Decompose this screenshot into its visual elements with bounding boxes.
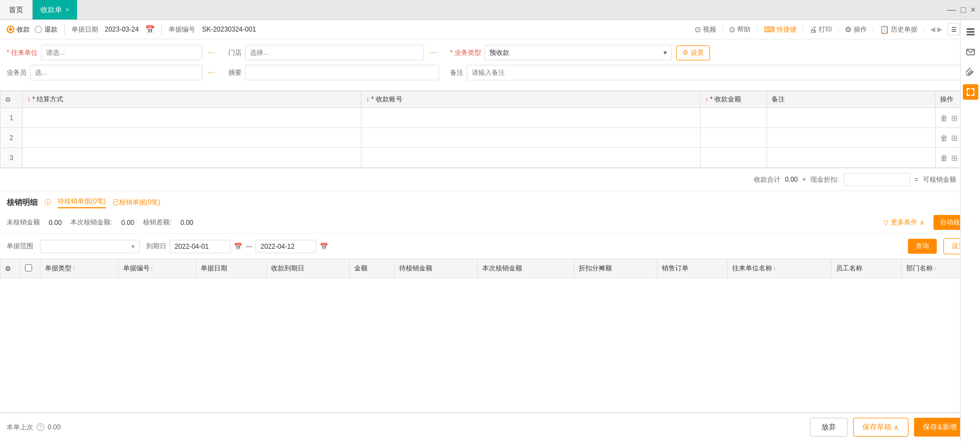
calendar-icon[interactable]: 📅 [145,25,155,34]
form-settings-btn[interactable]: ⚙ 设置 [676,45,710,60]
btn-print[interactable]: 🖨 打印 [809,25,832,34]
main-content: 收款 退款 单据日期 2023-03-24 📅 单据编号 SK-20230324… [0,20,980,441]
salesperson-input[interactable] [30,65,202,80]
col-settlement: ↕ * 结算方式 [23,91,361,108]
sidebar-attachment-icon[interactable] [963,64,978,80]
delete-icon-3[interactable]: 🗑 [940,153,948,162]
range-select-arrow: ▾ [131,243,135,250]
nav-prev[interactable]: ◀ [930,25,935,33]
receipt-type-group: 收款 退款 [7,25,58,34]
svg-rect-2 [967,34,974,35]
chevron-up-icon: ∧ [920,219,925,227]
btn-shortcut-label: 快捷键 [777,25,797,34]
select-all-checkbox[interactable] [25,264,32,271]
bottom-table-container[interactable]: ⚙ 单据类型↕ 单据编号↕ 单据日期 收款到期日 金额 待核销金额 本次核销金额… [0,259,980,412]
cell-settlement-3[interactable] [23,148,361,168]
tab-active[interactable]: 收款单 × [33,0,77,19]
filter-icon: ▽ [884,219,889,227]
number-label: 单据编号 [169,25,195,34]
save-new-label: 保存&新增 [923,422,957,432]
operation-icon: ⚙ [845,25,852,34]
cell-amount-1[interactable] [700,108,767,128]
copy-icon-2[interactable]: ⊞ [951,134,958,142]
tab-pending[interactable]: 待核销单据(0笔) [58,197,106,208]
window-minimize[interactable]: — [947,5,956,15]
calendar-to-icon[interactable]: 📅 [320,243,328,250]
business-type-value: 预收款 [489,48,509,58]
abandon-btn[interactable]: 放弃 [810,418,848,437]
btn-history[interactable]: 📋 历史单据 [880,25,917,34]
cell-account-1[interactable] [361,108,700,128]
sidebar-envelope-icon[interactable] [963,44,978,60]
cell-remark-2[interactable] [767,128,935,148]
range-select[interactable]: ▾ [40,240,140,253]
salesperson-label: 业务员 [7,68,27,78]
business-type-select[interactable]: 预收款 ▾ [484,45,672,60]
sidebar-table-icon[interactable] [963,24,978,40]
cell-amount-2[interactable] [700,128,767,148]
cell-account-2[interactable] [361,128,700,148]
discount-label: 现金折扣: [810,175,839,184]
copy-icon-1[interactable]: ⊞ [951,114,958,122]
cell-amount-3[interactable] [700,148,767,168]
svg-rect-1 [967,31,974,33]
btn-operation[interactable]: ⚙ 操作 [845,25,867,34]
form-row-1: * 往来单位 ··· 门店 ··· * 业务类型 预收款 ▾ [7,45,973,60]
sort-num-icon: ↕ [151,265,154,271]
date-from-input[interactable] [170,240,231,253]
view-list[interactable]: ☰ [948,23,960,35]
query-btn[interactable]: 查询 [908,239,937,254]
cell-remark-1[interactable] [767,108,935,128]
footer: 本单上次 ? 0.00 放弃 保存草稿 ∧ 保存&新增 ∧ [0,412,980,441]
cell-remark-3[interactable] [767,148,935,168]
verification-title: 核销明细 [7,198,38,208]
btn-help[interactable]: ⊙ 帮助 [729,25,751,34]
cell-settlement-2[interactable] [23,128,361,148]
summary-input[interactable] [245,65,439,80]
col-gear-bottom[interactable]: ⚙ [1,259,21,278]
sidebar-expand-icon[interactable] [963,84,978,100]
more-conditions-btn[interactable]: ▽ 更多条件 ∧ [884,218,925,227]
radio-receipt[interactable]: 收款 [7,25,30,34]
col-checkbox[interactable] [21,259,40,278]
delete-icon-1[interactable]: 🗑 [940,114,948,122]
store-input[interactable] [245,45,424,60]
tab-close-btn[interactable]: × [65,6,69,14]
counterpart-more-btn[interactable]: ··· [206,48,217,58]
table-row: 3 🗑 ⊞ [1,148,980,168]
tab-home[interactable]: 首页 [0,0,33,19]
sort-type-icon: ↕ [73,265,75,271]
radio-refund-label: 退款 [44,25,58,34]
remark-input[interactable] [467,65,973,80]
summary-row: 收款合计 0.00 + 现金折扣: = 可核销金额 0.00 [0,168,980,191]
btn-help-label: 帮助 [737,25,751,34]
save-draft-btn[interactable]: 保存草稿 ∧ [853,418,908,437]
btn-video[interactable]: ⊙ 视频 [695,25,716,34]
carry-info-icon[interactable]: ? [37,423,44,431]
date-to-input[interactable] [256,240,317,253]
tab-done[interactable]: 已核销单据(0笔) [113,198,161,207]
verification-header: 核销明细 ⓘ 待核销单据(0笔) 已核销单据(0笔) [0,191,980,212]
store-more-btn[interactable]: ··· [427,48,439,58]
calendar-from-icon[interactable]: 📅 [234,243,242,250]
btn-shortcut[interactable]: ⌨ 快捷键 [764,25,797,34]
btn-operation-label: 操作 [854,25,867,34]
radio-refund[interactable]: 退款 [34,25,58,34]
cell-settlement-1[interactable] [23,108,361,128]
discount-input[interactable] [844,173,910,186]
delete-icon-2[interactable]: 🗑 [940,134,948,142]
table-row: 1 🗑 ⊞ [1,108,980,128]
date-range-field: 到期日 📅 — 📅 [146,240,328,253]
receipt-table-container: ⚙ ↕ * 结算方式 ↕ * 收款账号 ↕ * 收款金额 备注 操作 1 [0,91,980,168]
counterpart-input[interactable] [41,45,202,60]
nav-next[interactable]: ▶ [937,25,942,33]
summary-field: 摘要 [228,65,439,80]
col-discount: 折扣分摊额 [574,259,657,278]
copy-icon-3[interactable]: ⊞ [951,153,958,162]
cell-account-3[interactable] [361,148,700,168]
col-gear[interactable]: ⚙ [1,91,23,108]
window-close[interactable]: × [971,5,976,15]
verification-info-icon[interactable]: ⓘ [44,198,51,207]
window-maximize[interactable]: □ [961,5,966,15]
salesperson-more-btn[interactable]: ··· [206,68,217,78]
